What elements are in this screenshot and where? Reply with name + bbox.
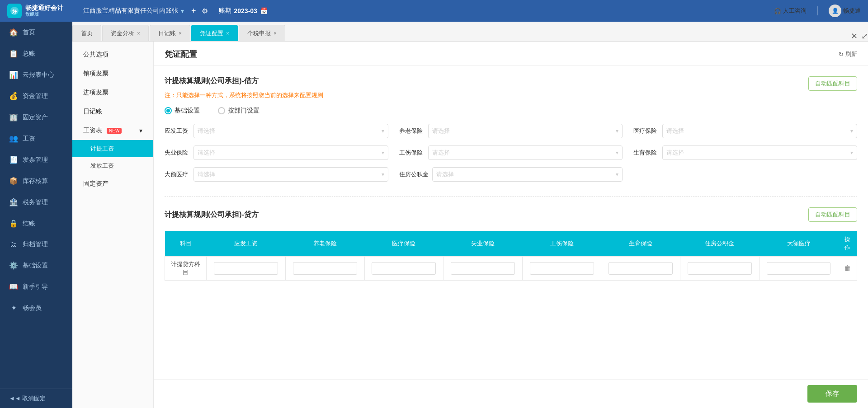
- sidebar-item-salary[interactable]: 👥 工资: [0, 128, 72, 149]
- save-button[interactable]: 保存: [807, 385, 857, 403]
- left-nav-pay-salary[interactable]: 发放工资: [72, 157, 153, 174]
- close-window-button[interactable]: ✕: [851, 31, 858, 41]
- left-nav-journal[interactable]: 日记账: [72, 102, 153, 121]
- input-row-gongshang[interactable]: [530, 262, 594, 275]
- left-nav: 公共选项 销项发票 进项发票 日记账 工资表 NEW ▾: [72, 42, 154, 408]
- user-profile[interactable]: 👤 畅捷通: [829, 5, 861, 17]
- tab-journal[interactable]: 日记账 ×: [150, 25, 190, 41]
- sidebar-item-settings[interactable]: ⚙️ 基础设置: [0, 255, 72, 276]
- input-row-shiye[interactable]: [451, 262, 515, 275]
- col-yanglao: 养老保险: [285, 231, 364, 257]
- vip-icon: ✦: [9, 304, 18, 312]
- radio-basic[interactable]: 基础设置: [165, 107, 200, 115]
- dropdown-icon[interactable]: ▾: [181, 7, 184, 14]
- period-selector[interactable]: 账期 2023-03 📅: [219, 7, 268, 15]
- radio-dept-circle: [218, 107, 225, 114]
- tab-tax[interactable]: 个税申报 ×: [239, 25, 285, 41]
- label-yanglao: 养老保险: [399, 127, 425, 135]
- debit-section-title: 计提核算规则(公司承担)-借方: [165, 76, 323, 86]
- delete-row-button[interactable]: 🗑: [844, 264, 851, 272]
- tab-fund[interactable]: 资金分析 ×: [102, 25, 149, 41]
- select-shengyu[interactable]: 请选择 ▾: [662, 145, 857, 160]
- select-yanglao-arrow: ▾: [616, 128, 618, 134]
- refresh-button[interactable]: ↻ 刷新: [839, 50, 857, 58]
- row-zhufang-cell: [680, 257, 760, 281]
- select-yanglao[interactable]: 请选择 ▾: [428, 124, 623, 138]
- sidebar-label-closing: 结账: [23, 220, 35, 228]
- label-shiye: 失业保险: [165, 149, 190, 157]
- select-yanglao-placeholder: 请选择: [432, 127, 450, 135]
- input-row-zhufang[interactable]: [688, 262, 752, 275]
- select-dae[interactable]: 请选择 ▾: [193, 167, 388, 182]
- col-gongshang: 工伤保险: [522, 231, 601, 257]
- label-dae: 大额医疗: [165, 170, 190, 178]
- unpin-sidebar-button[interactable]: ◄◄ 取消固定: [0, 389, 72, 408]
- settings-icon[interactable]: ⚙: [202, 7, 208, 15]
- select-yingfa[interactable]: 请选择 ▾: [193, 124, 388, 138]
- select-yiliao-placeholder: 请选择: [666, 127, 684, 135]
- sidebar-item-vip[interactable]: ✦ 畅会员: [0, 297, 72, 319]
- auto-match-credit-button[interactable]: 自动匹配科目: [808, 207, 857, 222]
- input-row-dae[interactable]: [767, 262, 831, 275]
- sidebar-item-fixed-assets[interactable]: 🏢 固定资产: [0, 107, 72, 128]
- left-nav-public[interactable]: 公共选项: [72, 45, 153, 64]
- sidebar-label-fund: 资金管理: [23, 92, 48, 100]
- support-button[interactable]: 🎧 人工咨询: [774, 7, 807, 15]
- input-row-shengyu[interactable]: [609, 262, 673, 275]
- sidebar-item-guide[interactable]: 📖 新手引导: [0, 276, 72, 297]
- auto-match-debit-button[interactable]: 自动匹配科目: [808, 76, 857, 91]
- select-yingfa-arrow: ▾: [382, 128, 384, 134]
- select-yiliao-arrow: ▾: [850, 128, 853, 134]
- sidebar-item-reports[interactable]: 📊 云报表中心: [0, 64, 72, 85]
- label-shengyu: 生育保险: [633, 149, 659, 157]
- add-account-button[interactable]: +: [191, 6, 196, 16]
- select-shiye[interactable]: 请选择 ▾: [193, 145, 388, 160]
- field-shengyu: 生育保险 请选择 ▾: [633, 145, 857, 160]
- sidebar-item-closing[interactable]: 🔒 结账: [0, 213, 72, 234]
- row-dae-cell: [759, 257, 838, 281]
- tab-tax-close[interactable]: ×: [274, 30, 277, 37]
- tab-home[interactable]: 首页: [72, 25, 101, 41]
- period-label: 账期: [219, 7, 231, 15]
- sidebar-item-inventory[interactable]: 📦 库存核算: [0, 170, 72, 192]
- col-yiliao: 医疗保险: [364, 231, 443, 257]
- label-gongshang: 工伤保险: [399, 149, 425, 157]
- left-nav-sales-invoice[interactable]: 销项发票: [72, 64, 153, 83]
- tab-voucher-close[interactable]: ×: [226, 30, 229, 37]
- credit-section-title: 计提核算规则(公司承担)-贷方: [165, 210, 259, 220]
- fund-icon: 💰: [9, 92, 18, 100]
- tab-fund-close[interactable]: ×: [137, 30, 140, 37]
- sidebar-item-invoice[interactable]: 🧾 发票管理: [0, 149, 72, 170]
- input-row-yingfa[interactable]: [214, 262, 278, 275]
- tab-voucher[interactable]: 凭证配置 ×: [191, 25, 238, 41]
- left-nav-salary-table[interactable]: 工资表 NEW ▾: [72, 121, 153, 140]
- avatar: 👤: [829, 5, 841, 17]
- sidebar-item-ledger[interactable]: 📋 总账: [0, 43, 72, 64]
- expand-icon: ▾: [139, 127, 142, 134]
- calendar-icon[interactable]: 📅: [260, 7, 268, 14]
- reports-icon: 📊: [9, 70, 18, 79]
- input-row-yanglao[interactable]: [293, 262, 357, 275]
- input-row-yiliao[interactable]: [372, 262, 436, 275]
- sidebar-item-archive[interactable]: 🗂 归档管理: [0, 234, 72, 255]
- sidebar-item-home[interactable]: 🏠 首页: [0, 22, 72, 43]
- company-selector[interactable]: 江西服宝精品有限责任公司内账张 ▾: [83, 7, 184, 15]
- refresh-icon: ↻: [839, 51, 844, 58]
- maximize-window-button[interactable]: ⤢: [861, 31, 868, 41]
- radio-dept[interactable]: 按部门设置: [218, 107, 259, 115]
- closing-icon: 🔒: [9, 219, 18, 228]
- left-nav-fixed-assets[interactable]: 固定资产: [72, 174, 153, 193]
- tab-journal-close[interactable]: ×: [179, 30, 182, 37]
- select-yiliao[interactable]: 请选择 ▾: [662, 124, 857, 138]
- app-name: 畅捷通好会计: [25, 4, 63, 12]
- left-nav-purchase-invoice[interactable]: 进项发票: [72, 83, 153, 102]
- sidebar-item-tax[interactable]: 🏦 税务管理: [0, 192, 72, 213]
- row-action-cell: 🗑: [838, 257, 857, 281]
- select-gongshang[interactable]: 请选择 ▾: [428, 145, 623, 160]
- credit-section-header: 计提核算规则(公司承担)-贷方 自动匹配科目: [165, 207, 857, 227]
- row-subject-label: 计提贷方科目: [165, 257, 207, 281]
- select-zhufang[interactable]: 请选择 ▾: [432, 167, 623, 182]
- sidebar-item-fund[interactable]: 💰 资金管理: [0, 85, 72, 107]
- field-gongshang: 工伤保险 请选择 ▾: [399, 145, 623, 160]
- left-nav-calc-salary[interactable]: 计提工资: [72, 140, 153, 157]
